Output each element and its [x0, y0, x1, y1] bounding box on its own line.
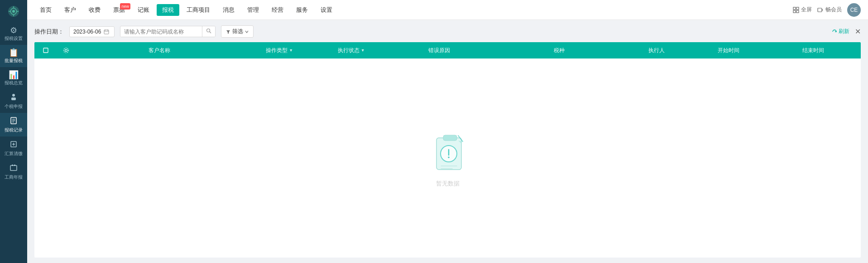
search-input[interactable] — [120, 27, 202, 37]
th-op-type[interactable]: 操作类型 ▼ — [244, 47, 315, 54]
overview-icon: 📊 — [9, 71, 19, 79]
top-nav: 首页 客户 收费 票据 new 记账 报税 工商项目 消息 管理 经营 服务 设… — [27, 0, 868, 20]
content-panel: 操作日期： 2023-06-06 筛选 — [27, 20, 868, 263]
page-area: 操作日期： 2023-06-06 筛选 — [27, 20, 868, 263]
close-button[interactable]: ✕ — [855, 27, 861, 36]
person-tax-icon — [10, 93, 18, 102]
nav-baoshui[interactable]: 报税 — [157, 4, 179, 16]
settings-icon: ⚙ — [10, 26, 17, 34]
date-label: 操作日期： — [34, 28, 64, 36]
search-icon — [206, 28, 211, 34]
annual-report-icon — [10, 164, 18, 173]
th-start-time: 开始时间 — [686, 47, 771, 54]
nav-jingying[interactable]: 经营 — [266, 4, 289, 16]
empty-illustration — [430, 129, 466, 174]
svg-rect-22 — [818, 8, 822, 12]
date-input[interactable]: 2023-06-06 — [69, 26, 115, 37]
sidebar-item-huisuan-jiaona[interactable]: 汇算清缴 — [0, 136, 27, 160]
refresh-label: 刷新 — [839, 28, 849, 35]
main-content: 首页 客户 收费 票据 new 记账 报税 工商项目 消息 管理 经营 服务 设… — [27, 0, 868, 263]
filter-icon — [226, 29, 230, 34]
sidebar-item-label: 报税设置 — [5, 36, 23, 41]
svg-marker-23 — [822, 9, 823, 11]
svg-point-6 — [12, 94, 15, 97]
nav-guanli[interactable]: 管理 — [242, 4, 264, 16]
sidebar-item-baoshui-zonglan[interactable]: 📊 报税总览 — [0, 67, 27, 89]
nav-shezhi[interactable]: 设置 — [315, 4, 338, 16]
table-header: 客户名称 操作类型 ▼ 执行状态 ▼ 错误原因 税种 — [34, 42, 861, 58]
search-box — [120, 26, 216, 37]
th-error-reason: 错误原因 — [387, 47, 491, 54]
sidebar-item-label: 个税申报 — [5, 104, 23, 109]
sidebar-item-label: 报税记录 — [5, 127, 23, 133]
svg-rect-7 — [11, 97, 16, 100]
sidebar-item-label: 批量报税 — [5, 58, 23, 63]
nav-fuwu[interactable]: 服务 — [291, 4, 313, 16]
nav-right: 全屏 畅会员 CE — [793, 3, 861, 17]
toolbar-right: 刷新 ✕ — [832, 27, 861, 36]
app-logo — [0, 0, 27, 23]
table-container: 客户名称 操作类型 ▼ 执行状态 ▼ 错误原因 税种 — [34, 42, 861, 258]
th-customer-name: 客户名称 — [75, 47, 244, 54]
toolbar: 操作日期： 2023-06-06 筛选 — [34, 25, 861, 38]
svg-rect-20 — [793, 10, 796, 13]
svg-marker-30 — [226, 30, 230, 34]
nav-shoufei[interactable]: 收费 — [83, 4, 106, 16]
svg-line-29 — [210, 32, 211, 34]
fullscreen-icon — [793, 7, 799, 13]
sidebar-item-baoshui-jilu[interactable]: 报税记录 — [0, 113, 27, 136]
fullscreen-button[interactable]: 全屏 — [793, 6, 812, 14]
th-tax-type: 税种 — [491, 47, 627, 54]
th-executor: 执行人 — [627, 47, 686, 54]
batch-tax-icon: 📋 — [9, 49, 19, 57]
sidebar-item-label: 汇算清缴 — [5, 151, 23, 156]
th-exec-status[interactable]: 执行状态 ▼ — [315, 47, 387, 54]
nav-home[interactable]: 首页 — [34, 4, 57, 16]
avatar[interactable]: CE — [847, 3, 861, 17]
th-settings[interactable] — [57, 47, 75, 54]
refresh-icon — [832, 29, 837, 34]
empty-svg — [430, 129, 470, 179]
nav-kehu[interactable]: 客户 — [59, 4, 82, 16]
th-checkbox[interactable] — [34, 47, 57, 54]
refresh-button[interactable]: 刷新 — [832, 28, 849, 35]
date-value: 2023-06-06 — [73, 29, 101, 35]
svg-point-33 — [64, 48, 69, 53]
nav-piaoju[interactable]: 票据 new — [108, 4, 130, 16]
svg-rect-17 — [14, 165, 15, 166]
svg-rect-35 — [443, 135, 457, 141]
sidebar-item-baoshui-shezhi[interactable]: ⚙ 报税设置 — [0, 23, 27, 45]
sidebar-item-geshuishenb[interactable]: 个税申报 — [0, 89, 27, 113]
nav-jizhang[interactable]: 记账 — [132, 4, 155, 16]
search-button[interactable] — [202, 26, 215, 37]
nav-gongshang-xiangmu[interactable]: 工商项目 — [181, 4, 216, 16]
th-end-time: 结束时间 — [771, 47, 855, 54]
sort-icon-status: ▼ — [361, 48, 365, 53]
sidebar-item-label: 工商年报 — [5, 175, 23, 180]
svg-point-38 — [448, 156, 450, 158]
sidebar-item-piliang-baoshui[interactable]: 📋 批量报税 — [0, 45, 27, 67]
svg-point-1 — [12, 10, 15, 13]
calendar-icon — [104, 29, 109, 34]
svg-rect-16 — [12, 165, 13, 166]
svg-rect-21 — [796, 10, 799, 13]
video-icon — [817, 7, 824, 13]
sidebar-item-gongshang-nianbao[interactable]: 工商年报 — [0, 160, 27, 184]
svg-rect-15 — [10, 166, 17, 170]
chevron-down-icon — [245, 30, 249, 34]
member-button[interactable]: 畅会员 — [817, 6, 842, 14]
logo-icon — [7, 5, 20, 18]
svg-point-28 — [207, 29, 210, 32]
empty-text: 暂无数据 — [436, 180, 460, 188]
svg-rect-19 — [796, 7, 799, 10]
filter-label: 筛选 — [232, 28, 243, 35]
svg-point-32 — [65, 49, 67, 52]
settlement-icon — [10, 140, 18, 150]
sidebar-item-label: 报税总览 — [5, 80, 23, 86]
member-label: 畅会员 — [825, 6, 842, 14]
empty-state: 暂无数据 — [34, 58, 861, 258]
svg-rect-18 — [793, 7, 796, 10]
nav-xiaoxi[interactable]: 消息 — [217, 4, 240, 16]
sort-icon-type: ▼ — [289, 48, 293, 53]
filter-button[interactable]: 筛选 — [221, 25, 254, 38]
